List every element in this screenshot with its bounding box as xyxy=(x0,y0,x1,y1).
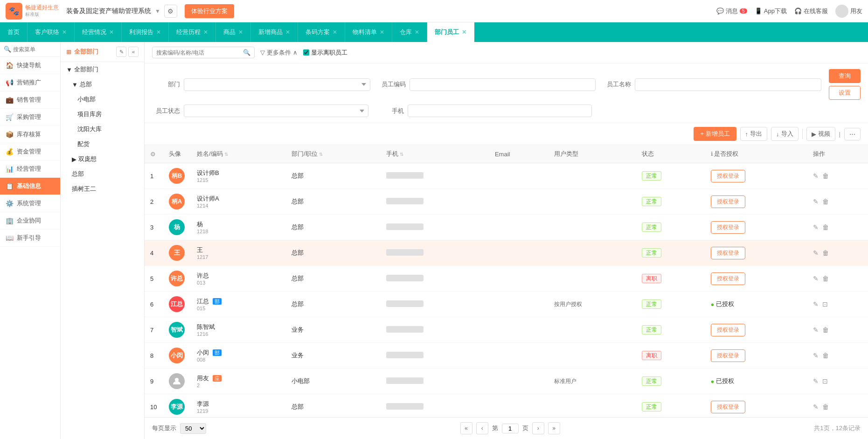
tab-warehouse[interactable]: 仓库 ✕ xyxy=(392,22,427,42)
close-tab-icon[interactable]: ✕ xyxy=(285,29,290,35)
close-tab-icon[interactable]: ✕ xyxy=(380,29,384,35)
phone-input[interactable] xyxy=(408,105,592,117)
first-page-button[interactable]: « xyxy=(460,422,472,434)
close-tab-icon[interactable]: ✕ xyxy=(333,29,337,35)
edit-icon[interactable]: ✎ xyxy=(813,403,819,411)
sidebar-item-basic-info[interactable]: 📋 基础信息 xyxy=(0,178,60,195)
page-number-input[interactable] xyxy=(502,424,519,433)
auth-button[interactable]: 授权登录 xyxy=(711,324,745,336)
emp-status-select[interactable] xyxy=(184,105,368,117)
prev-page-button[interactable]: ‹ xyxy=(476,422,488,434)
tree-node-all[interactable]: ▼ 全部部门 xyxy=(61,62,144,77)
set-button[interactable]: 设置 xyxy=(829,86,861,100)
auth-button[interactable]: 授权登录 xyxy=(711,195,745,208)
gear-button[interactable]: ⚙ xyxy=(164,5,177,18)
tab-bom[interactable]: 物料清单 ✕ xyxy=(345,22,392,42)
tab-operations[interactable]: 经营情况 ✕ xyxy=(75,22,122,42)
edit-icon[interactable]: ✎ xyxy=(813,352,819,359)
close-tab-icon[interactable]: ✕ xyxy=(415,29,419,35)
copy-icon[interactable]: ⊡ xyxy=(822,300,828,308)
edit-icon[interactable]: ✎ xyxy=(813,198,819,205)
show-resigned-checkbox[interactable] xyxy=(303,49,309,56)
tree-node-xiaodianbu[interactable]: 小电部 xyxy=(61,92,144,107)
close-tab-icon[interactable]: ✕ xyxy=(62,29,67,35)
import-button[interactable]: ↓ 导入 xyxy=(771,127,799,141)
auth-button[interactable]: 授权登录 xyxy=(711,401,745,413)
tree-collapse-button[interactable]: « xyxy=(128,47,139,57)
delete-icon[interactable]: 🗑 xyxy=(822,275,829,282)
sidebar-item-operations[interactable]: 📊 经营管理 xyxy=(0,160,60,178)
tree-node-peihuo[interactable]: 配货 xyxy=(61,137,144,152)
delete-icon[interactable]: 🗑 xyxy=(822,172,829,180)
edit-icon[interactable]: ✎ xyxy=(813,223,819,231)
sidebar-item-finance[interactable]: 💰 资金管理 xyxy=(0,143,60,160)
tree-node-shenyang[interactable]: 沈阳大库 xyxy=(61,122,144,137)
sidebar-item-marketing[interactable]: 📢 营销推广 xyxy=(0,74,60,91)
edit-icon[interactable]: ✎ xyxy=(813,275,819,282)
dropdown-arrow-icon[interactable]: ▼ xyxy=(155,8,160,14)
edit-icon[interactable]: ✎ xyxy=(813,172,819,180)
sidebar-item-system[interactable]: ⚙️ 系统管理 xyxy=(0,195,60,212)
auth-button[interactable]: 授权登录 xyxy=(711,170,745,182)
app-download-action[interactable]: 📱 App下载 xyxy=(755,7,787,15)
delete-icon[interactable]: 🗑 xyxy=(822,249,829,257)
tree-node-puguwang[interactable]: 插树王二 xyxy=(61,181,144,196)
delete-icon[interactable]: 🗑 xyxy=(822,403,829,411)
tree-node-shuangpuxiang[interactable]: ▶ 双庞想 xyxy=(61,152,144,167)
close-tab-icon[interactable]: ✕ xyxy=(462,29,466,35)
tab-new-goods[interactable]: 新增商品 ✕ xyxy=(251,22,298,42)
th-dept[interactable]: 部门/职位⇅ xyxy=(286,145,381,163)
user-action[interactable]: 用友 xyxy=(835,5,862,18)
message-action[interactable]: 💬 消息 5 xyxy=(716,7,747,15)
sidebar-search-input[interactable] xyxy=(13,46,56,53)
close-tab-icon[interactable]: ✕ xyxy=(109,29,114,35)
emp-name-input[interactable] xyxy=(635,78,821,91)
tab-profit[interactable]: 利润报告 ✕ xyxy=(122,22,169,42)
auth-button[interactable]: 授权登录 xyxy=(711,247,745,259)
auth-button[interactable]: 授权登录 xyxy=(711,221,745,234)
page-size-select[interactable]: 50 100 200 xyxy=(180,423,206,434)
close-tab-icon[interactable]: ✕ xyxy=(238,29,243,35)
tab-home[interactable]: 首页 xyxy=(0,22,28,42)
dept-select[interactable] xyxy=(184,78,370,91)
delete-icon[interactable]: 🗑 xyxy=(822,352,829,359)
tree-edit-button[interactable]: ✎ xyxy=(116,47,126,57)
close-tab-icon[interactable]: ✕ xyxy=(156,29,161,35)
add-employee-button[interactable]: + 新增员工 xyxy=(694,127,736,141)
close-tab-icon[interactable]: ✕ xyxy=(203,29,208,35)
tab-barcode[interactable]: 条码方案 ✕ xyxy=(298,22,345,42)
delete-icon[interactable]: 🗑 xyxy=(822,326,829,334)
th-name[interactable]: 姓名/编码⇅ xyxy=(191,145,286,163)
search-input[interactable] xyxy=(156,49,240,56)
auth-button[interactable]: 授权登录 xyxy=(711,349,745,362)
delete-icon[interactable]: 🗑 xyxy=(822,198,829,205)
query-button[interactable]: 查询 xyxy=(829,69,861,83)
edit-icon[interactable]: ✎ xyxy=(813,326,819,334)
tab-dept-staff[interactable]: 部门员工 ✕ xyxy=(427,22,474,42)
auth-button[interactable]: 授权登录 xyxy=(711,272,745,285)
tree-node-xiangmu[interactable]: 项目库房 xyxy=(61,107,144,122)
th-phone[interactable]: 手机⇅ xyxy=(381,145,489,163)
sidebar-item-guide[interactable]: 📖 新手引导 xyxy=(0,230,60,247)
edit-icon[interactable]: ✎ xyxy=(813,249,819,257)
tab-journey[interactable]: 经营历程 ✕ xyxy=(169,22,216,42)
emp-code-input[interactable] xyxy=(410,78,596,91)
tab-goods[interactable]: 商品 ✕ xyxy=(216,22,251,42)
view-button[interactable]: ▶ 视频 xyxy=(806,127,835,141)
copy-icon[interactable]: ⊡ xyxy=(822,377,828,385)
next-page-button[interactable]: › xyxy=(532,422,544,434)
trial-button[interactable]: 体验行业方案 xyxy=(185,4,234,18)
th-settings[interactable]: ⚙ xyxy=(145,145,163,163)
sidebar-item-sales[interactable]: 💼 销售管理 xyxy=(0,91,60,109)
sidebar-item-quick-nav[interactable]: 🏠 快捷导航 xyxy=(0,57,60,74)
last-page-button[interactable]: » xyxy=(548,422,560,434)
sidebar-search[interactable]: 🔍 xyxy=(0,42,60,57)
sidebar-item-purchase[interactable]: 🛒 采购管理 xyxy=(0,109,60,126)
search-icon[interactable]: 🔍 xyxy=(243,49,250,56)
sidebar-item-inventory[interactable]: 📦 库存核算 xyxy=(0,126,60,143)
tree-node-zongbu[interactable]: ▼ 总部 xyxy=(61,77,144,92)
more-conditions-button[interactable]: ▽ 更多条件 ∧ xyxy=(260,49,298,57)
edit-icon[interactable]: ✎ xyxy=(813,300,819,308)
online-service-action[interactable]: 🎧 在线客服 xyxy=(794,7,828,15)
tree-node-zongbu2[interactable]: 总部 xyxy=(61,167,144,181)
